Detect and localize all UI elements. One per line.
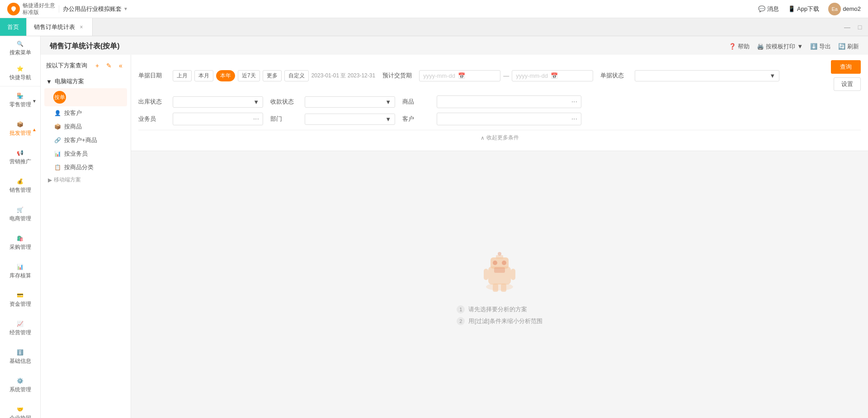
print-dropdown-icon: ▼: [797, 43, 803, 50]
empty-illustration: [472, 244, 527, 298]
svg-point-3: [493, 261, 497, 265]
scheme-item-goods-category[interactable]: 📋 按商品分类: [44, 161, 127, 174]
expected-date-label: 预计交货期: [382, 71, 412, 80]
date-placeholder-end: yyyy-mm-dd: [516, 72, 548, 79]
custom-date-btn[interactable]: 自定义: [284, 70, 309, 81]
goods-select[interactable]: ···: [437, 95, 581, 108]
sidebar-item-sales[interactable]: 💰 销售管理: [0, 172, 40, 200]
chevron-down-icon: ▼: [46, 78, 52, 85]
print-icon: 🖨️: [757, 43, 764, 50]
collapse-icon: ∧: [481, 135, 485, 141]
pc-section-title[interactable]: ▼ 电脑端方案: [44, 75, 127, 88]
pay-status-select[interactable]: ▼: [305, 96, 395, 108]
empty-tips: 1 请先选择要分析的方案 2 用[过滤]条件来缩小分析范围: [457, 305, 542, 325]
goods-more-icon[interactable]: ···: [571, 98, 577, 106]
salesman-select[interactable]: ···: [173, 113, 263, 125]
scheme-item-customer-goods[interactable]: 🔗 按客户+商品: [44, 133, 127, 147]
status-select[interactable]: ▼: [635, 70, 779, 81]
finance-icon: 💳: [17, 292, 24, 299]
empty-tip-2: 2 用[过滤]条件来缩小分析范围: [457, 317, 542, 325]
last-7days-btn[interactable]: 近7天: [238, 70, 260, 81]
scheme-item-salesman[interactable]: 📊 按业务员: [44, 147, 127, 161]
svg-rect-8: [493, 284, 498, 292]
scheme-item-customer[interactable]: 👤 按客户: [44, 106, 127, 120]
out-status-select[interactable]: ▼: [173, 96, 263, 108]
customer-more-icon[interactable]: ···: [571, 115, 577, 123]
more-date-btn[interactable]: 更多: [263, 70, 282, 81]
sidebar-item-basic-info[interactable]: ℹ️ 基础信息: [0, 343, 40, 371]
setting-button[interactable]: 设置: [834, 77, 861, 91]
expected-date-end[interactable]: yyyy-mm-dd 📅: [512, 70, 593, 81]
goods-label: 商品: [402, 98, 429, 106]
export-button[interactable]: ⬇️ 导出: [810, 43, 831, 51]
calendar-icon-start[interactable]: 📅: [458, 72, 465, 79]
mobile-section-title[interactable]: ▶ 移动端方案: [44, 174, 127, 185]
logo-icon: [7, 3, 20, 15]
sidebar-item-management[interactable]: 📈 经营管理: [0, 314, 40, 343]
this-year-btn[interactable]: 本年: [216, 70, 235, 81]
tab-home[interactable]: 首页: [0, 18, 27, 36]
wholesale-icon: 📦: [17, 121, 24, 128]
page-title: 销售订单统计表(按单): [50, 42, 120, 51]
calendar-icon-end[interactable]: 📅: [551, 72, 558, 79]
tab-sales-order[interactable]: 销售订单统计表 ×: [27, 18, 93, 36]
salesman-more-icon[interactable]: ···: [253, 115, 259, 123]
query-button[interactable]: 查询: [831, 60, 861, 74]
dept-label: 部门: [270, 115, 297, 123]
inventory-icon: 📊: [17, 264, 24, 270]
tab-maximize-button[interactable]: □: [855, 23, 864, 32]
message-button[interactable]: 💬 消息: [758, 5, 779, 13]
empty-state: 1 请先选择要分析的方案 2 用[过滤]条件来缩小分析范围: [131, 151, 868, 418]
page-header: 销售订单统计表(按单) ❓ 帮助 🖨️ 按模板打印 ▼ ⬇️ 导出 🔄 刷新: [41, 36, 868, 55]
scheme-item-order[interactable]: 按单: [44, 88, 127, 106]
goods-category-scheme-icon: 📋: [53, 163, 61, 171]
sidebar-item-purchase[interactable]: 🛍️ 采购管理: [0, 229, 40, 257]
customer-scheme-icon: 👤: [53, 109, 61, 117]
pay-status-dropdown-icon: ▼: [385, 99, 391, 105]
empty-tip-1: 1 请先选择要分析的方案: [457, 305, 542, 314]
last-month-btn[interactable]: 上月: [173, 70, 192, 81]
date-label: 单据日期: [138, 71, 165, 80]
refresh-button[interactable]: 🔄 刷新: [838, 43, 859, 51]
out-status-label: 出库状态: [138, 98, 165, 106]
sidebar-item-system[interactable]: ⚙️ 系统管理: [0, 371, 40, 400]
sidebar-item-finance[interactable]: 💳 资金管理: [0, 286, 40, 314]
collapse-panel-button[interactable]: «: [116, 61, 125, 70]
salesman-scheme-icon: 📊: [53, 150, 61, 158]
svg-rect-9: [501, 284, 506, 292]
sidebar-item-ecommerce[interactable]: 🛒 电商管理: [0, 200, 40, 229]
sidebar-item-inventory[interactable]: 📊 库存核算: [0, 257, 40, 286]
print-button[interactable]: 🖨️ 按模板打印 ▼: [757, 43, 803, 51]
user-menu[interactable]: Ea demo2: [828, 3, 861, 15]
purchase-icon: 🛍️: [17, 235, 24, 242]
tab-minimize-button[interactable]: —: [843, 23, 852, 32]
help-icon: ❓: [729, 43, 736, 50]
customer-select[interactable]: ···: [437, 113, 581, 125]
retail-arrow-icon: ▼: [32, 98, 37, 103]
help-button[interactable]: ❓ 帮助: [729, 43, 750, 51]
export-icon: ⬇️: [810, 43, 817, 50]
dept-select[interactable]: ▼: [305, 114, 395, 125]
add-scheme-button[interactable]: +: [93, 61, 102, 70]
app-selector[interactable]: 办公用品行业模拟账套 ▼: [63, 5, 128, 13]
star-icon: ⭐: [17, 66, 24, 72]
avatar: Ea: [828, 3, 841, 15]
scheme-item-goods[interactable]: 📦 按商品: [44, 120, 127, 133]
expected-date-start[interactable]: yyyy-mm-dd 📅: [419, 70, 500, 81]
edit-scheme-button[interactable]: ✎: [104, 61, 113, 70]
sidebar-item-wholesale[interactable]: 📦 批发管理 ▲: [0, 115, 40, 143]
customer-goods-scheme-icon: 🔗: [53, 136, 61, 144]
this-month-btn[interactable]: 本月: [194, 70, 213, 81]
ecommerce-icon: 🛒: [17, 207, 24, 213]
sidebar-item-marketing[interactable]: 📢 营销推广: [0, 143, 40, 172]
tab-close-button[interactable]: ×: [78, 24, 85, 31]
status-label: 单据状态: [600, 71, 627, 80]
download-icon: 📱: [788, 5, 795, 12]
active-scheme-indicator: 按单: [53, 91, 66, 104]
collapse-bar[interactable]: ∧ 收起更多条件: [138, 130, 861, 145]
sidebar-item-quick-nav[interactable]: ⭐ 快捷导航: [0, 61, 40, 86]
app-download-button[interactable]: 📱 App下载: [788, 5, 819, 13]
sidebar-item-retail[interactable]: 🏪 零售管理 ▼: [0, 86, 40, 115]
sidebar-item-search[interactable]: 🔍 搜索菜单: [0, 36, 40, 61]
sidebar-item-collab[interactable]: 🤝 企业协同: [0, 400, 40, 418]
